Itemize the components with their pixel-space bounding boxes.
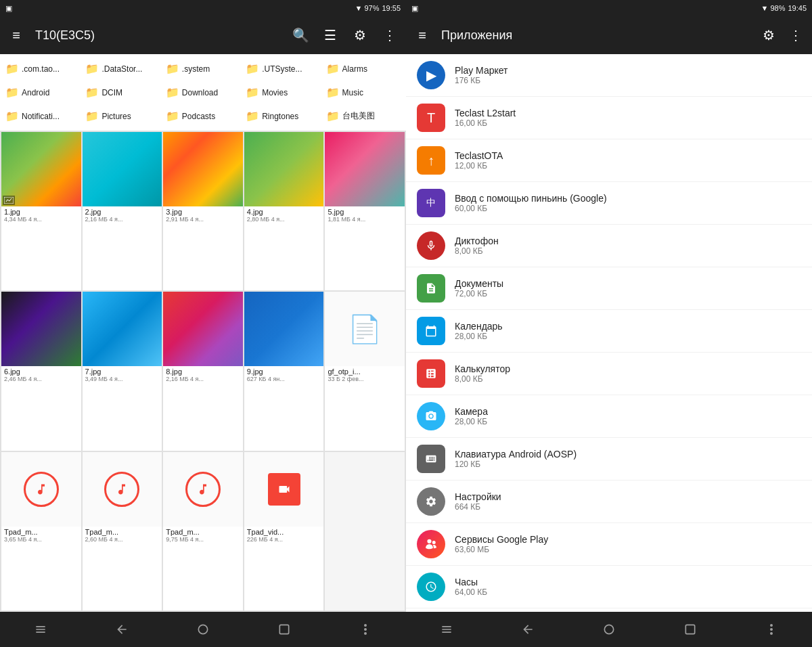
right-menu-button[interactable]: ≡ — [411, 24, 433, 46]
file-item-empty — [325, 452, 405, 610]
folder-item[interactable]: 📁 Podcasts — [163, 104, 243, 128]
audio-icon — [185, 472, 221, 507]
folder-item[interactable]: 📁 Pictures — [83, 104, 162, 128]
folder-item[interactable]: 📁 .DataStor... — [83, 57, 162, 81]
home-button[interactable] — [187, 613, 219, 646]
folder-item[interactable]: 📁 Music — [323, 81, 403, 104]
folder-name: .system — [182, 64, 210, 74]
app-details: Настройки 664 КБ — [455, 491, 801, 512]
svg-rect-10 — [685, 625, 694, 633]
file-item[interactable]: Tpad_m... 3,65 МБ 4 я... — [1, 452, 81, 610]
list-view-button[interactable]: ☰ — [319, 24, 341, 46]
left-status-bar: ▣ ▼ 97% 19:55 — [0, 0, 406, 16]
folder-item[interactable]: 📁 Movies — [243, 81, 323, 104]
file-item[interactable]: 6.jpg 2,46 МБ 4 я... — [1, 292, 81, 450]
file-icon-placeholder — [163, 452, 243, 527]
right-status-bar-left: ▣ — [411, 4, 418, 13]
app-item[interactable]: Диктофон 8,00 КБ — [406, 225, 812, 267]
file-item[interactable]: 9.jpg 627 КБ 4 ян... — [244, 292, 324, 450]
file-item[interactable]: 5.jpg 1,81 МБ 4 я... — [325, 132, 405, 290]
file-item[interactable]: 4.jpg 2,80 МБ 4 я... — [244, 132, 324, 290]
file-item[interactable]: 1.jpg 4,34 МБ 4 я... — [1, 132, 81, 290]
recent-apps-button[interactable] — [24, 613, 57, 646]
menu-button[interactable]: ≡ — [5, 24, 27, 46]
right-overview-button[interactable] — [674, 613, 706, 646]
file-name: Tpad_m... — [4, 528, 78, 536]
right-recent-apps-button[interactable] — [430, 613, 463, 646]
folder-name: DCIM — [102, 88, 122, 97]
folder-item[interactable]: 📁 .UTSyste... — [243, 57, 323, 81]
file-name: 7.jpg — [85, 367, 160, 376]
file-item[interactable]: 7.jpg 3,49 МБ 4 я... — [83, 292, 162, 450]
app-size: 176 КБ — [455, 76, 801, 85]
file-name: 2.jpg — [85, 208, 160, 216]
folder-item[interactable]: 📁 Android — [3, 81, 83, 104]
right-back-button[interactable] — [512, 613, 544, 646]
back-button[interactable] — [106, 613, 138, 646]
file-name: 1.jpg — [4, 208, 78, 216]
file-info: 6.jpg 2,46 МБ 4 я... — [1, 366, 81, 385]
file-item[interactable]: Tpad_m... 2,60 МБ 4 я... — [83, 452, 162, 610]
app-size: 60,00 КБ — [455, 204, 801, 213]
right-more-nav-button[interactable] — [755, 613, 788, 646]
folder-item[interactable]: 📁 台电美图 — [323, 104, 403, 128]
file-item[interactable]: 2.jpg 2,16 МБ 4 я... — [83, 132, 162, 290]
app-item[interactable]: Сервисы Google Play 63,60 МБ — [406, 523, 812, 566]
file-meta: 9,75 МБ 4 я... — [166, 536, 240, 543]
app-item[interactable]: 中 Ввод с помощью пиньинь (Google) 60,00 … — [406, 182, 812, 225]
app-name: Диктофон — [455, 236, 801, 246]
app-item[interactable]: ↑ TeclastOTA 12,00 КБ — [406, 139, 812, 182]
app-details: Ввод с помощью пиньинь (Google) 60,00 КБ — [455, 193, 801, 213]
more-nav-button[interactable] — [349, 613, 382, 646]
folder-item[interactable]: 📁 Alarms — [323, 57, 403, 81]
app-details: TeclastOTA 12,00 КБ — [455, 150, 801, 171]
more-button[interactable]: ⋮ — [379, 24, 401, 46]
app-item[interactable]: Камера 28,00 КБ — [406, 395, 812, 438]
svg-point-4 — [198, 625, 207, 633]
svg-point-8 — [364, 632, 367, 635]
app-size: 8,00 КБ — [455, 246, 801, 256]
file-item[interactable]: 8.jpg 2,16 МБ 4 я... — [163, 292, 243, 450]
app-name: Play Маркет — [455, 65, 801, 76]
toolbar-icons: 🔍 ☰ ⚙ ⋮ — [290, 24, 401, 46]
app-item[interactable]: Калькулятор 8,00 КБ — [406, 353, 812, 395]
app-item[interactable]: Настройки 664 КБ — [406, 481, 812, 523]
folder-item[interactable]: 📁 Notificati... — [3, 104, 83, 128]
right-home-button[interactable] — [593, 613, 625, 646]
folder-icon: 📁 — [85, 110, 99, 122]
right-settings-button[interactable]: ⚙ — [758, 24, 780, 46]
file-name: 3.jpg — [166, 208, 240, 216]
folder-name: Notificati... — [22, 112, 60, 121]
app-item[interactable]: Клавиатура Android (AOSP) 120 КБ — [406, 438, 812, 481]
file-item[interactable]: Tpad_m... 9,75 МБ 4 я... — [163, 452, 243, 610]
folder-icon: 📁 — [326, 86, 340, 99]
file-item[interactable]: 3.jpg 2,91 МБ 4 я... — [163, 132, 243, 290]
folder-item[interactable]: 📁 DCIM — [83, 81, 162, 104]
search-button[interactable]: 🔍 — [290, 24, 311, 46]
app-name: Teclast L2start — [455, 108, 801, 118]
svg-point-11 — [770, 624, 773, 627]
app-name: Документы — [455, 278, 801, 289]
file-item[interactable]: Tpad_vid... 226 МБ 4 я... — [244, 452, 324, 610]
folder-item[interactable]: 📁 .system — [163, 57, 243, 81]
folder-item[interactable]: 📁 .com.tao... — [3, 57, 83, 81]
folder-item[interactable]: 📁 Download — [163, 81, 243, 104]
folder-icon: 📁 — [5, 62, 19, 75]
app-item[interactable]: ▶ Play Маркет 176 КБ — [406, 54, 812, 97]
right-more-button[interactable]: ⋮ — [785, 24, 807, 46]
filter-button[interactable]: ⚙ — [349, 24, 371, 46]
app-item[interactable]: Календарь 28,00 КБ — [406, 310, 812, 353]
folder-item[interactable]: 📁 Ringtones — [243, 104, 323, 128]
file-meta: 627 КБ 4 ян... — [247, 376, 321, 382]
app-item[interactable]: Часы 64,00 КБ — [406, 566, 812, 608]
folder-icon: 📁 — [166, 62, 179, 75]
folder-icon: 📁 — [326, 110, 340, 122]
overview-button[interactable] — [268, 613, 300, 646]
file-meta: 33 Б 2 фев... — [328, 376, 402, 382]
right-time: 19:45 — [788, 4, 807, 12]
file-item[interactable]: 📄 gf_otp_i... 33 Б 2 фев... — [325, 292, 405, 450]
file-meta: 2,16 МБ 4 я... — [85, 216, 160, 223]
app-item[interactable]: T Teclast L2start 16,00 КБ — [406, 97, 812, 139]
app-item[interactable]: Документы 72,00 КБ — [406, 267, 812, 310]
file-info: 8.jpg 2,16 МБ 4 я... — [163, 366, 243, 385]
